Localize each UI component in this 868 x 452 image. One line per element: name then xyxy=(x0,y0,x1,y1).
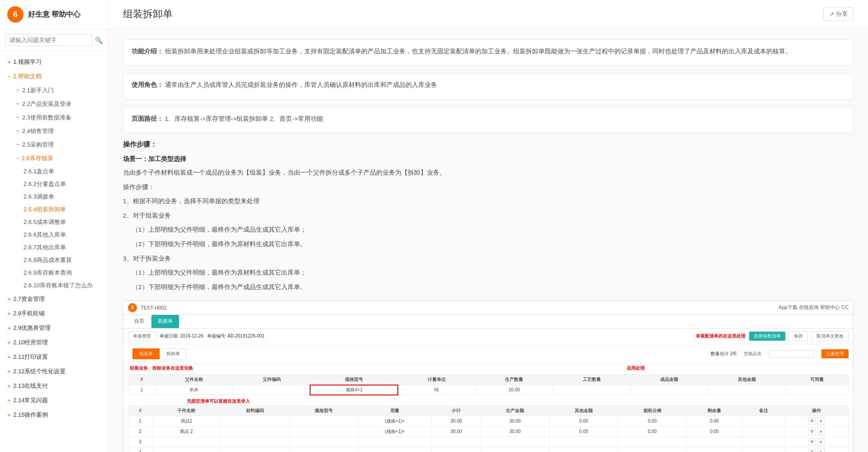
mock-top-bar: 6 TEST-H002 App下载 在线咨询 帮助中心 CC xyxy=(123,301,853,315)
expand-icon: + xyxy=(7,339,11,346)
mock-anno-row: 组装业务、拆卸业务在这里切换 启用处理 xyxy=(123,364,853,374)
mock-field-count: 数量合计 2/6 xyxy=(711,351,736,357)
sidebar-item-finance[interactable]: + 2.7资金管理 xyxy=(0,292,108,306)
sidebar-item-install[interactable]: + 2.2产品安装及登录 xyxy=(9,97,108,111)
delete-btn[interactable]: ✕ xyxy=(817,418,825,425)
sidebar-item-video[interactable]: + 1.视频学习 xyxy=(0,55,108,69)
path-block: 页面路径： 1、库存核算->库存管理->组装拆卸单 2、首页->常用功能 xyxy=(123,107,854,133)
sidebar-item-mobile[interactable]: + 2.8手机旺铺 xyxy=(0,306,108,321)
sidebar-item-purchase[interactable]: + 2.5采购管理 xyxy=(9,138,108,152)
logo-icon: 6 xyxy=(7,6,24,23)
mock-label-customer: 货格品名 xyxy=(744,351,762,357)
sidebar-item-other-in[interactable]: 2.6.6其他入库单 xyxy=(16,228,108,241)
delete-btn[interactable]: ✕ xyxy=(817,428,825,435)
table-row: 4⧉✕ xyxy=(128,447,849,452)
path-text: 页面路径： 1、库存核算->库存管理->组装拆卸单 2、首页->常用功能 xyxy=(132,114,845,124)
copy-btn[interactable]: ⧉ xyxy=(808,438,816,446)
steps-label: 操作步骤： xyxy=(123,140,854,149)
func-intro-block: 功能介绍： 组装拆卸单用来处理企业组装或拆卸等加工业务，支持有固定装配清单的产品… xyxy=(123,39,854,66)
sidebar-item-faq[interactable]: + 2.14常见问题 xyxy=(0,393,108,408)
mock-lower-table: # 子件名称 材料编码 规格型号 用量 小计 生产金额 其他金额 损耗分摊 剩余… xyxy=(128,405,849,452)
sidebar-item-cost-adjust[interactable]: 2.6.5成本调整单 xyxy=(16,216,108,228)
mock-btn-save[interactable]: 保存 xyxy=(789,331,808,341)
docs-sub-items: + 2.1新手入门 + 2.2产品安装及登录 + 2.3使用前数据准备 + 2.… xyxy=(0,84,108,292)
sidebar-item-personalize[interactable]: + 2.12系统个性化设置 xyxy=(0,364,108,379)
mock-input-customer[interactable] xyxy=(769,350,814,358)
sidebar-item-docs[interactable]: − 2.帮助文档 xyxy=(0,69,108,84)
col-other-amt: 其他金额 xyxy=(708,374,785,385)
sidebar-item-newuser[interactable]: + 2.1新手入门 xyxy=(9,84,108,97)
mock-lower-table-wrapper: # 子件名称 材料编码 规格型号 用量 小计 生产金额 其他金额 损耗分摊 剩余… xyxy=(123,405,853,452)
copy-btn[interactable]: ⧉ xyxy=(808,418,816,425)
sidebar-item-payment[interactable]: + 2.13在线支付 xyxy=(0,379,108,393)
mock-btn-process[interactable]: 立案处理 xyxy=(821,349,849,358)
expand-icon: + xyxy=(7,324,11,332)
col-parent-name: 父件名称 xyxy=(156,374,233,385)
sidebar-item-inventory[interactable]: − 2.6库存核算 xyxy=(9,152,108,165)
step1: 1、根据不同的业务，选择不同单据的类型来处理 xyxy=(123,195,854,207)
delete-btn[interactable]: ✕ xyxy=(817,449,825,452)
mock-btn-doctype[interactable]: 单据类型 xyxy=(128,331,156,341)
sidebar-item-print[interactable]: + 2.11打印设置 xyxy=(0,350,108,364)
expand-icon: + xyxy=(7,58,11,66)
sidebar-item-cases[interactable]: + 2.15操作案例 xyxy=(0,408,108,422)
mock-breadcrumb: App下载 在线咨询 帮助中心 CC xyxy=(778,304,849,311)
sidebar-item-cost-recalc[interactable]: 2.6.8商品成本重算 xyxy=(16,254,108,266)
content-body: 功能介绍： 组装拆卸单用来处理企业组装或拆卸等加工业务，支持有固定装配清单的产品… xyxy=(108,29,868,452)
table-row: 1 米米 规格4+1 吨 10.00 xyxy=(128,385,849,395)
bullet: + xyxy=(16,101,19,107)
col-unit: 计量单位 xyxy=(398,374,475,385)
sidebar-item-partial-stocktake[interactable]: 2.6.2分量盘点单 xyxy=(16,178,108,190)
sidebar-item-coupon[interactable]: + 2.9优惠券管理 xyxy=(0,321,108,335)
expand-icon: + xyxy=(7,295,11,303)
share-button[interactable]: ↗ 分享 xyxy=(823,7,854,21)
screenshot-container: 6 TEST-H002 App下载 在线咨询 帮助中心 CC 自页 新建单 单据… xyxy=(123,300,854,452)
expand-icon: + xyxy=(7,368,11,375)
delete-btn[interactable]: ✕ xyxy=(817,438,825,446)
anno4-label: 无固定清单可以直接在这里录入 xyxy=(187,399,250,404)
expand-icon: + xyxy=(7,411,11,419)
copy-btn[interactable]: ⧉ xyxy=(808,449,816,452)
mock-btn-cancel[interactable]: 取消本次更改 xyxy=(811,331,849,341)
mock-btn-bom[interactable]: 选择装配清单 xyxy=(749,332,785,341)
col-avail: 可用量 xyxy=(785,374,848,385)
sidebar-item-stocktake[interactable]: 2.6.1盘点单 xyxy=(16,165,108,178)
table-row: 1 商品1 (规格+1)× 30.00 30.00 0.00 0.00 0.00 xyxy=(128,416,849,426)
sidebar-item-inv-query[interactable]: 2.6.9库存账本查询 xyxy=(16,266,108,279)
mock-tab-home[interactable]: 自页 xyxy=(128,315,151,328)
anno3-label: 启用处理 xyxy=(627,366,645,371)
mock-toolbar-date: 单据日期: 2019-12-26 xyxy=(160,333,203,339)
anno4-row: 无固定清单可以直接在这里录入 xyxy=(123,397,853,405)
bullet: + xyxy=(16,87,19,94)
sidebar-item-transfer[interactable]: 2.6.3调拨单 xyxy=(16,190,108,203)
bullet: + xyxy=(16,142,19,148)
mock-tab-disassembly[interactable]: 拆卸单 xyxy=(160,348,187,359)
main-header: 组装拆卸单 ↗ 分享 xyxy=(108,0,868,29)
step3-1: （1）上部明细为父件明细，最终作为原材料生成其它出库单； xyxy=(123,267,854,279)
step3: 3、对于拆装业务 xyxy=(123,253,854,265)
sidebar-item-other-out[interactable]: 2.6.7其他出库单 xyxy=(16,241,108,254)
copy-btn[interactable]: ⧉ xyxy=(808,428,816,435)
search-icon[interactable]: 🔍 xyxy=(95,37,103,44)
scenario-one-title: 场景一：加工类型选择 xyxy=(123,155,854,163)
sidebar-item-assembly[interactable]: 2.6.4组装拆卸单 xyxy=(16,203,108,216)
sidebar-nav: + 1.视频学习 − 2.帮助文档 + 2.1新手入门 + 2.2产品安装及登录… xyxy=(0,51,108,452)
bullet: + xyxy=(16,114,19,121)
main-content: 组装拆卸单 ↗ 分享 功能介绍： 组装拆卸单用来处理企业组装或拆卸等加工业务，支… xyxy=(108,0,868,452)
sidebar-item-ops[interactable]: + 2.10经营管理 xyxy=(0,335,108,350)
app-name: 好生意 帮助中心 xyxy=(28,10,80,19)
sidebar: 6 好生意 帮助中心 🔍 + 1.视频学习 − 2.帮助文档 + 2.1新手入门… xyxy=(0,0,108,452)
page-title: 组装拆卸单 xyxy=(123,7,173,21)
sidebar-item-inv-error[interactable]: 2.6.10库存账本错了怎么办 xyxy=(16,279,108,292)
step2: 2、对于组装业务 xyxy=(123,210,854,222)
mock-logo: 6 xyxy=(128,303,137,312)
col-parent-code: 父件编码 xyxy=(233,374,310,385)
op-steps-title: 操作步骤： xyxy=(123,181,854,193)
mock-tab-new[interactable]: 新建单 xyxy=(151,315,179,328)
mock-tab-assembly[interactable]: 组装单 xyxy=(132,348,160,359)
mock-screenshot: 6 TEST-H002 App下载 在线咨询 帮助中心 CC 自页 新建单 单据… xyxy=(123,301,853,452)
sidebar-item-data-prep[interactable]: + 2.3使用前数据准备 xyxy=(9,111,108,124)
search-input[interactable] xyxy=(5,34,92,46)
expand-icon: + xyxy=(7,353,11,361)
sidebar-item-sales[interactable]: + 2.4销售管理 xyxy=(9,124,108,138)
